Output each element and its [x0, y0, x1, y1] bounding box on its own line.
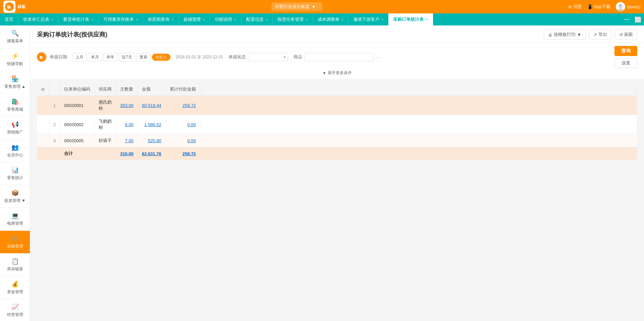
sidebar-item-purchase[interactable]: 🛒 采购管理 [0, 231, 30, 254]
sidebar-retail-mgmt-label: 零售管理 ▲ [4, 84, 25, 90]
tab-feature-guide-close[interactable]: × [234, 17, 236, 21]
sidebar-item-retail-stats[interactable]: 📊 零售统计 [0, 162, 30, 185]
export-btn[interactable]: ↗ 导出 [589, 30, 611, 40]
sidebar-item-operations[interactable]: 📈 经营管理 [0, 299, 30, 321]
message-btn[interactable]: ✉ 消息 [568, 4, 582, 10]
tab-shelf-life-close[interactable]: × [171, 17, 173, 21]
main-layout: 🔍 搜索菜单 ⚡ 快捷导航 🏪 零售管理 ▲ 🛍️ 零售商城 📢 营销推广 👥 … [0, 25, 644, 321]
goods-filter-input[interactable] [304, 53, 374, 61]
avatar [616, 2, 625, 11]
app-download-label: App下载 [594, 4, 610, 10]
row-quantity[interactable]: 303.00 [116, 96, 138, 115]
filter-main-row: ▶ 单据日期 上月 本月 本年 近7天 更多 自定义 2016-01-01 至 … [37, 46, 637, 68]
footer-amount: 62,631.76 [138, 147, 166, 160]
tab-order-stats-label: 要货单统计表 [63, 16, 89, 22]
tab-cost-adjust-close[interactable]: × [341, 17, 343, 21]
print-btn[interactable]: 🖨 按模板打印 ▼ [544, 30, 586, 40]
row-extra [200, 134, 637, 147]
filter-status: 单据状态 [228, 53, 288, 61]
footer-gear [37, 147, 49, 160]
row-quantity[interactable]: 6.00 [116, 115, 138, 134]
tab-pick-task[interactable]: 拣货任务管理 × [273, 13, 313, 25]
tab-receive-summary-close[interactable]: × [51, 17, 53, 21]
refresh-btn[interactable]: ↺ 刷新 [615, 30, 637, 40]
logo-icon: 畅 [3, 1, 15, 13]
th-supplier: 供应商 [95, 83, 116, 96]
message-label: 消息 [573, 4, 582, 10]
date-btn-more[interactable]: 更多 [137, 53, 151, 61]
tab-order-stats[interactable]: 要货单统计表 × [58, 13, 98, 25]
row-paid[interactable]: 259.72 [165, 96, 200, 115]
retail-stats-icon: 📊 [11, 166, 19, 174]
table-row: 2 00020002 飞鹤奶粉 6.00 1,586.52 0.00 [37, 115, 637, 134]
sidebar: 🔍 搜索菜单 ⚡ 快捷导航 🏪 零售管理 ▲ 🛍️ 零售商城 📢 营销推广 👥 … [0, 25, 30, 321]
tab-invite-customer-close[interactable]: × [381, 17, 383, 21]
tab-overstock-close[interactable]: × [203, 17, 205, 21]
tab-inventory-ledger-close[interactable]: × [136, 17, 138, 21]
tab-maximize-btn[interactable]: ⬜ [632, 13, 644, 25]
sidebar-item-ecommerce[interactable]: 💻 电商管理 [0, 208, 30, 231]
sidebar-item-retail-mall[interactable]: 🛍️ 零售商城 [0, 94, 30, 117]
goods-filter-more-icon[interactable]: ··· [376, 55, 380, 60]
sidebar-item-marketing[interactable]: 📢 营销推广 [0, 117, 30, 140]
nav-tabs-end: — ⬜ [621, 13, 644, 25]
tab-purchase-stats[interactable]: 采购订单统计表 × [388, 13, 433, 25]
sidebar-search-label: 搜索菜单 [7, 38, 23, 44]
tab-inventory-ledger[interactable]: 可用量库存账本 × [99, 13, 143, 25]
user-area[interactable]: demo2 [616, 2, 641, 11]
date-btn-last-month[interactable]: 上月 [72, 53, 87, 61]
row-seq: 1 [49, 96, 60, 115]
tab-shelf-life[interactable]: 保质期查询 × [143, 13, 178, 25]
row-amount[interactable]: 525.80 [138, 134, 166, 147]
tab-receive-summary[interactable]: 收发存汇总表 × [18, 13, 58, 25]
date-btn-this-year[interactable]: 本年 [103, 53, 117, 61]
sidebar-item-quick-nav[interactable]: ⚡ 快捷导航 [0, 48, 30, 71]
sidebar-item-inventory[interactable]: 📋 库存核算 [0, 254, 30, 276]
query-btn[interactable]: 查询 [614, 46, 637, 56]
tab-invite-customer[interactable]: 邀请下游客户 × [348, 13, 388, 25]
tab-feature-guide[interactable]: 功能说明 × [210, 13, 241, 25]
inventory-icon: 📋 [11, 258, 19, 265]
th-paid: 累计付款金额 [165, 83, 200, 96]
row-amount[interactable]: 1,586.52 [138, 115, 166, 134]
tab-pick-task-close[interactable]: × [306, 17, 308, 21]
date-btn-this-month[interactable]: 本月 [88, 53, 102, 61]
sidebar-item-finance[interactable]: 💰 资金管理 [0, 276, 30, 299]
tab-overstock[interactable]: 超储预警 × [179, 13, 210, 25]
sidebar-marketing-label: 营销推广 [7, 129, 23, 135]
status-select[interactable] [248, 53, 288, 61]
row-amount[interactable]: 60,519.44 [138, 96, 166, 115]
sidebar-item-retail-mgmt[interactable]: 🏪 零售管理 ▲ [0, 71, 30, 94]
tab-order-stats-close[interactable]: × [91, 17, 93, 21]
tab-home-label: 首页 [5, 16, 13, 22]
tab-home[interactable]: 首页 [0, 13, 18, 25]
filter-toggle-btn[interactable]: ▶ [37, 52, 46, 62]
sidebar-item-wholesale[interactable]: 📦 批发管理 ▼ [0, 185, 30, 208]
row-quantity[interactable]: 7.00 [116, 134, 138, 147]
tab-config-close[interactable]: × [266, 17, 268, 21]
sidebar-item-search[interactable]: 🔍 搜索菜单 [0, 25, 30, 48]
quick-nav-icon: ⚡ [11, 52, 19, 60]
app-download-icon: 📱 [587, 4, 593, 9]
tab-cost-adjust[interactable]: 成本调整单 × [313, 13, 348, 25]
expand-more-btn[interactable]: ▼ 展开更多条件 [322, 70, 352, 76]
sidebar-item-member[interactable]: 👥 会员中心 [0, 140, 30, 162]
date-btn-7days[interactable]: 近7天 [119, 53, 135, 61]
goods-filter-label: 商品 [293, 54, 302, 60]
svg-text:畅: 畅 [7, 5, 11, 9]
gear-icon[interactable]: ⚙ [41, 87, 45, 92]
logo-area: 畅 标版 [3, 1, 25, 13]
row-supplier: 惠氏奶粉 [95, 96, 116, 115]
date-btn-custom[interactable]: 自定义 [152, 54, 170, 61]
tab-config[interactable]: 配置信息 × [241, 13, 273, 25]
tab-minimize-btn[interactable]: — [621, 13, 632, 25]
row-paid[interactable]: 0.00 [165, 134, 200, 147]
settings-btn[interactable]: 设置 [614, 58, 637, 68]
tab-purchase-stats-close[interactable]: × [426, 17, 428, 21]
page-title: 采购订单统计表(按供应商) [37, 31, 107, 39]
row-paid[interactable]: 0.00 [165, 115, 200, 134]
workspace-selector[interactable]: 母婴行业演示账套 ▼ [271, 2, 323, 11]
wholesale-icon: 📦 [11, 189, 19, 197]
app-download-btn[interactable]: 📱 App下载 [587, 4, 610, 10]
th-quantity: 主数量 [116, 83, 138, 96]
